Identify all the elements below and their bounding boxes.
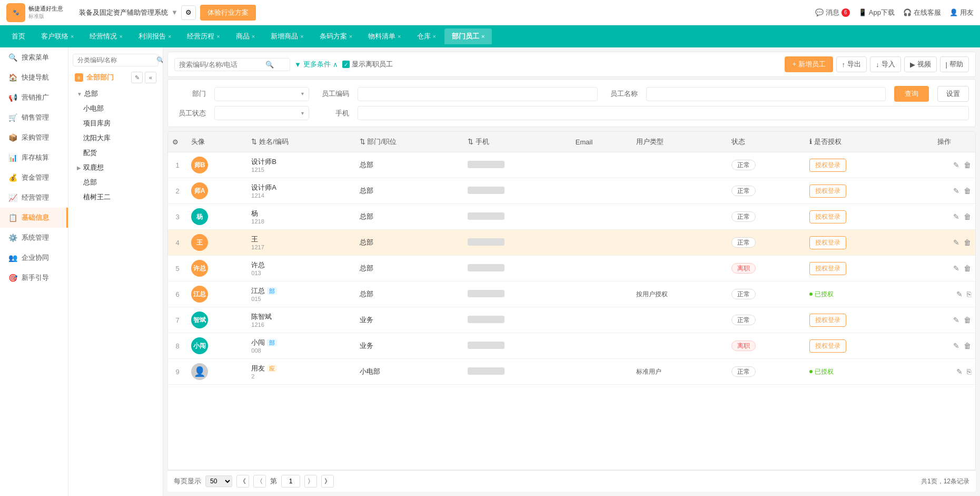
sidebar-item-search[interactable]: 🔍 搜索菜单 — [0, 47, 68, 67]
sidebar-item-collab[interactable]: 👥 企业协同 — [0, 248, 68, 268]
dept-edit-icon[interactable]: ✎ — [131, 72, 143, 83]
dept-search-input[interactable] — [77, 56, 156, 64]
help-button[interactable]: | 帮助 — [940, 56, 969, 72]
delete-icon[interactable]: 🗑 — [964, 342, 971, 350]
sidebar-item-business[interactable]: 📈 经营管理 — [0, 188, 68, 208]
first-page-button[interactable]: 《 — [236, 475, 249, 488]
dept-collapse-icon[interactable]: « — [145, 72, 156, 83]
edit-icon[interactable]: ✎ — [956, 290, 963, 298]
tree-node-project[interactable]: 项目库房 — [68, 116, 163, 131]
dept-select[interactable] — [214, 87, 309, 101]
trial-button[interactable]: 体验行业方案 — [200, 5, 256, 21]
copy-icon[interactable]: ⎘ — [967, 367, 971, 376]
sidebar-item-nav[interactable]: 🏠 快捷导航 — [0, 67, 68, 87]
tab-bom[interactable]: 物料清单× — [361, 28, 408, 44]
dept-all-button[interactable]: ≡ 全部部门 — [75, 73, 114, 82]
add-employee-button[interactable]: + 新增员工 — [785, 56, 833, 72]
close-icon[interactable]: × — [300, 33, 303, 40]
delete-icon[interactable]: 🗑 — [964, 316, 971, 324]
auth-button[interactable]: 授权登录 — [809, 159, 846, 172]
tab-history[interactable]: 经营历程× — [180, 28, 227, 44]
page-number-input[interactable] — [281, 475, 300, 488]
tab-barcode[interactable]: 条码方案× — [312, 28, 360, 44]
tab-home[interactable]: 首页 — [4, 28, 33, 44]
edit-icon[interactable]: ✎ — [953, 187, 959, 195]
edit-icon[interactable]: ✎ — [953, 264, 959, 273]
edit-icon[interactable]: ✎ — [953, 316, 959, 324]
user-avatar[interactable]: 👤 用友 — [949, 8, 974, 17]
edit-icon[interactable]: ✎ — [953, 238, 959, 247]
edit-icon[interactable]: ✎ — [953, 212, 959, 221]
tab-profit[interactable]: 利润报告× — [131, 28, 179, 44]
sidebar-item-sales[interactable]: 🛒 销售管理 — [0, 108, 68, 128]
copy-icon[interactable]: ⎘ — [967, 290, 971, 298]
tab-operation[interactable]: 经营情况× — [82, 28, 130, 44]
show-resigned-toggle[interactable]: ✓ 显示离职员工 — [342, 60, 393, 69]
delete-icon[interactable]: 🗑 — [964, 212, 971, 221]
app-download-button[interactable]: 📱 App下载 — [858, 8, 895, 17]
tree-node-xiaodian[interactable]: 小电部 — [68, 101, 163, 116]
close-icon[interactable]: × — [433, 33, 436, 40]
close-icon[interactable]: × — [71, 33, 74, 40]
export-button[interactable]: ↑ 导出 — [836, 56, 867, 72]
tree-node-shuanglu[interactable]: ▶ 双鹿想 — [68, 160, 163, 175]
sidebar-item-purchase[interactable]: 📦 采购管理 — [0, 128, 68, 148]
col-dept[interactable]: ⇅ 部门/职位 — [355, 132, 463, 152]
video-button[interactable]: ▶ 视频 — [904, 56, 937, 72]
online-service-button[interactable]: 🎧 在线客服 — [903, 8, 941, 17]
tree-node-shenyang[interactable]: 沈阳大库 — [68, 131, 163, 145]
sidebar-item-finance[interactable]: 💰 资金管理 — [0, 168, 68, 188]
delete-icon[interactable]: 🗑 — [964, 187, 971, 195]
col-settings[interactable]: ⚙ — [168, 132, 187, 152]
close-icon[interactable]: × — [216, 33, 220, 40]
sidebar-item-basic[interactable]: 📋 基础信息 — [0, 208, 68, 228]
tree-node-headquarter-parent[interactable]: ▼ 总部 — [68, 86, 163, 101]
close-icon[interactable]: × — [398, 33, 401, 40]
close-icon[interactable]: × — [252, 33, 255, 40]
tree-node-zhishu[interactable]: 植树王二 — [68, 190, 163, 205]
tab-goods[interactable]: 商品× — [229, 28, 262, 44]
auth-button[interactable]: 授权登录 — [809, 236, 846, 249]
edit-icon[interactable]: ✎ — [953, 342, 959, 350]
sidebar-item-marketing[interactable]: 📢 营销推广 — [0, 87, 68, 108]
status-select[interactable] — [214, 106, 309, 120]
prev-page-button[interactable]: 〈 — [253, 475, 266, 488]
search-input[interactable] — [179, 61, 263, 69]
dropdown-arrow-icon[interactable]: ▼ — [171, 8, 178, 16]
reset-button[interactable]: 设置 — [937, 86, 969, 102]
query-button[interactable]: 查询 — [894, 86, 929, 102]
emp-name-input[interactable] — [646, 87, 886, 101]
phone-input[interactable] — [358, 106, 969, 120]
emp-code-input[interactable] — [358, 87, 598, 101]
import-button[interactable]: ↓ 导入 — [870, 56, 901, 72]
next-page-button[interactable]: 〉 — [304, 475, 317, 488]
close-icon[interactable]: × — [168, 33, 171, 40]
tab-new-goods[interactable]: 新增商品× — [263, 28, 311, 44]
delete-icon[interactable]: 🗑 — [964, 264, 971, 273]
col-phone[interactable]: ⇅ 手机 — [463, 132, 571, 152]
message-button[interactable]: 💬 消息 6 — [815, 8, 850, 17]
col-name[interactable]: ⇅ 姓名/编码 — [247, 132, 355, 152]
tree-node-head2[interactable]: 总部 — [68, 175, 163, 190]
edit-icon[interactable]: ✎ — [956, 367, 963, 376]
delete-icon[interactable]: 🗑 — [964, 238, 971, 247]
delete-icon[interactable]: 🗑 — [964, 161, 971, 169]
close-icon[interactable]: × — [119, 33, 122, 40]
tab-warehouse[interactable]: 仓库× — [410, 28, 443, 44]
sidebar-item-guide[interactable]: 🎯 新手引导 — [0, 268, 68, 288]
edit-icon[interactable]: ✎ — [953, 161, 959, 169]
more-filter-button[interactable]: ▼ 更多条件 ∧ — [294, 60, 338, 69]
sidebar-item-inventory[interactable]: 📊 库存核算 — [0, 148, 68, 168]
tree-node-dispatch[interactable]: 配货 — [68, 145, 163, 160]
auth-button[interactable]: 授权登录 — [809, 262, 846, 275]
last-page-button[interactable]: 》 — [321, 475, 334, 488]
close-icon[interactable]: × — [349, 33, 352, 40]
auth-button[interactable]: 授权登录 — [809, 184, 846, 198]
auth-button[interactable]: 授权登录 — [809, 314, 846, 327]
tab-dept-staff[interactable]: 部门员工× — [444, 28, 492, 44]
tab-customer[interactable]: 客户联络× — [34, 28, 81, 44]
page-size-select[interactable]: 50 100 200 — [205, 475, 232, 487]
settings-button[interactable]: ⚙ — [181, 5, 196, 20]
close-icon[interactable]: × — [481, 33, 484, 40]
sidebar-item-system[interactable]: ⚙️ 系统管理 — [0, 228, 68, 248]
